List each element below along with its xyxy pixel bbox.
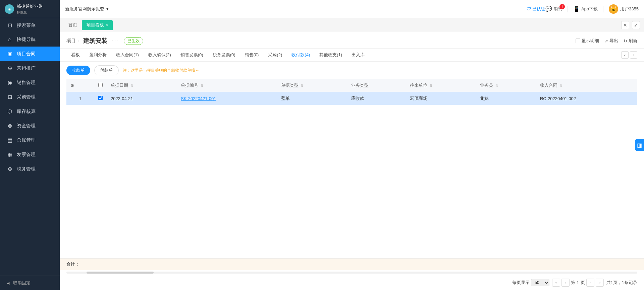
show-detail-checkbox[interactable]: 显示明细: [576, 38, 599, 44]
col-salesman: 业务员 ⇅: [476, 79, 536, 92]
sidebar-item-fund-mgmt[interactable]: ⊜ 资金管理: [0, 119, 60, 133]
table-header-row: ⚙ 单据日期 ⇅ 单据编号 ⇅ 单据类型: [66, 79, 637, 92]
subtab-in-out[interactable]: 出入库: [347, 49, 369, 62]
search-menu-icon: ⊡: [6, 22, 13, 28]
sidebar-logo: ◈ 畅捷通好业财 标准版: [0, 0, 60, 18]
last-page-button[interactable]: »: [596, 279, 604, 287]
app-logo-icon: ◈: [5, 4, 14, 14]
subtab-income-confirm[interactable]: 收入确认(2): [144, 49, 176, 62]
scrollbar-thumb[interactable]: [87, 272, 154, 274]
topbar-certified: 🛡 已认证: [527, 6, 545, 12]
col-partner: 往来单位 ⇅: [406, 79, 476, 92]
prev-page-button[interactable]: ‹: [561, 279, 570, 287]
subtab-kanban[interactable]: 看板: [66, 49, 85, 62]
row-salesman: 龙妹: [476, 92, 536, 105]
topbar-project[interactable]: 新服务官网演示账套 ▾: [65, 6, 520, 12]
receipt-filter-button[interactable]: 收款单: [66, 66, 90, 75]
tabbar-actions: ✕ ⤢: [621, 21, 640, 29]
tab-home[interactable]: 首页: [64, 20, 82, 30]
project-more-button[interactable]: ···: [112, 38, 118, 44]
next-page-button[interactable]: ›: [586, 279, 594, 287]
row-select-checkbox[interactable]: [98, 96, 103, 100]
topbar-right: 💬 消息 1 📱 App下载 🐱 用户3355: [545, 4, 639, 14]
sidebar-item-tax-mgmt[interactable]: ⊛ 税务管理: [0, 162, 60, 176]
detail-checkbox-input[interactable]: [576, 39, 580, 43]
sidebar-item-project-contract[interactable]: ▣ 项目合同: [0, 47, 60, 61]
tab-project-board[interactable]: 项目看板 ×: [82, 20, 113, 30]
tabbar: 首页 项目看板 × ✕ ⤢: [60, 18, 644, 32]
first-page-button[interactable]: «: [552, 279, 560, 287]
row-number[interactable]: SK-20220421-001: [177, 92, 277, 105]
main-area: 新服务官网演示账套 ▾ 🛡 已认证 💬 消息 1 📱 App下载 🐱 用户335…: [60, 0, 644, 290]
subtab-receipt[interactable]: 收付款(4): [287, 49, 315, 62]
row-partner: 宏茂商场: [406, 92, 476, 105]
table-wrapper: ⚙ 单据日期 ⇅ 单据编号 ⇅ 单据类型: [60, 79, 644, 258]
subtabs: 看板 盈利分析 收入合同(1) 收入确认(2) 销售发票(0) 税务发票(0) …: [60, 49, 644, 62]
export-button[interactable]: ↗ 导出: [604, 38, 618, 44]
col-biz-type: 业务类型: [347, 79, 406, 92]
sort-contract-icon[interactable]: ⇅: [560, 84, 562, 87]
receipt-table: ⚙ 单据日期 ⇅ 单据编号 ⇅ 单据类型: [66, 79, 637, 105]
sort-number-icon[interactable]: ⇅: [201, 84, 203, 87]
sidebar-item-sales-mgmt[interactable]: ◉ 销售管理: [0, 75, 60, 90]
content-area: 项目： 建筑安装 ··· 已生效 显示明细 ↗ 导出 ↻ 刷新: [60, 32, 644, 290]
tab-close-icon[interactable]: ×: [106, 23, 108, 27]
row-number-link[interactable]: SK-20220421-001: [181, 96, 216, 101]
message-button[interactable]: 💬 消息 1: [545, 6, 562, 12]
sidebar-item-marketing[interactable]: ⊕ 营销推广: [0, 61, 60, 75]
subtab-sales[interactable]: 销售(0): [240, 49, 264, 62]
ledger-icon: ▤: [6, 137, 13, 143]
select-all-checkbox[interactable]: [98, 83, 103, 87]
sort-partner-icon[interactable]: ⇅: [430, 84, 432, 87]
expand-window-button[interactable]: ⤢: [632, 21, 640, 29]
subtab-profit[interactable]: 盈利分析: [85, 49, 111, 62]
pin-icon: ◄: [6, 281, 10, 286]
subtabs-navigation: ‹ ›: [621, 51, 637, 59]
project-header: 项目： 建筑安装 ··· 已生效 显示明细 ↗ 导出 ↻ 刷新: [60, 32, 644, 49]
subtab-tax-invoice[interactable]: 税务发票(0): [208, 49, 240, 62]
project-icon: ▣: [6, 51, 13, 57]
sidebar-item-invoice-mgmt[interactable]: ▦ 发票管理: [0, 147, 60, 162]
app-download-button[interactable]: 📱 App下载: [573, 6, 598, 12]
refresh-icon: ↻: [624, 39, 627, 44]
project-title: 项目： 建筑安装: [66, 37, 107, 45]
refresh-button[interactable]: ↻ 刷新: [624, 38, 637, 44]
subtab-sales-invoice[interactable]: 销售发票(0): [176, 49, 208, 62]
sales-icon: ◉: [6, 79, 13, 86]
message-badge: 1: [559, 4, 565, 9]
page-navigation: « ‹ 第 1 页 › »: [552, 279, 603, 287]
right-panel-button[interactable]: ◨: [635, 139, 644, 151]
marketing-icon: ⊕: [6, 65, 13, 71]
per-page-select[interactable]: 50 100 200: [531, 279, 549, 286]
user-menu[interactable]: 🐱 用户3355: [609, 4, 639, 14]
project-status-badge: 已生效: [124, 37, 143, 45]
table-select-all-col: [94, 79, 107, 92]
sidebar-item-quick-nav[interactable]: ⌂ 快捷导航: [0, 32, 60, 47]
row-type: 蓝单: [277, 92, 347, 105]
sort-type-icon[interactable]: ⇅: [301, 84, 303, 87]
col-date: 单据日期 ⇅: [107, 79, 177, 92]
payment-filter-button[interactable]: 付款单: [94, 65, 119, 75]
divider2: [603, 6, 603, 12]
subtab-income-contract[interactable]: 收入合同(1): [111, 49, 144, 62]
sort-date-icon[interactable]: ⇅: [130, 84, 133, 87]
table-row: 1 2022-04-21 SK-20220421-001 蓝单 应收款 宏茂商场…: [66, 92, 637, 105]
table-settings-icon[interactable]: ⚙: [66, 79, 94, 92]
sidebar-item-inventory[interactable]: ⬡ 库存核算: [0, 104, 60, 119]
subtab-prev-button[interactable]: ‹: [621, 51, 629, 59]
subtab-purchase[interactable]: 采购(2): [263, 49, 287, 62]
horizontal-scrollbar[interactable]: [60, 270, 644, 275]
invoice-icon: ▦: [6, 151, 13, 158]
sidebar-item-ledger-mgmt[interactable]: ▤ 总账管理: [0, 133, 60, 147]
sidebar-item-purchase-mgmt[interactable]: ⊞ 采购管理: [0, 90, 60, 104]
phone-icon: 📱: [573, 6, 580, 12]
topbar: 新服务官网演示账套 ▾ 🛡 已认证 💬 消息 1 📱 App下载 🐱 用户335…: [60, 0, 644, 18]
sidebar-item-search[interactable]: ⊡ 搜索菜单: [0, 18, 60, 32]
close-window-button[interactable]: ✕: [621, 21, 629, 29]
row-date: 2022-04-21: [107, 92, 177, 105]
subtab-next-button[interactable]: ›: [630, 51, 637, 59]
subtab-other-expense[interactable]: 其他收支(1): [315, 49, 347, 62]
cancel-fixed-button[interactable]: ◄ 取消固定: [0, 276, 60, 290]
sort-salesman-icon[interactable]: ⇅: [495, 84, 498, 87]
project-dropdown-arrow[interactable]: ▾: [106, 6, 109, 11]
